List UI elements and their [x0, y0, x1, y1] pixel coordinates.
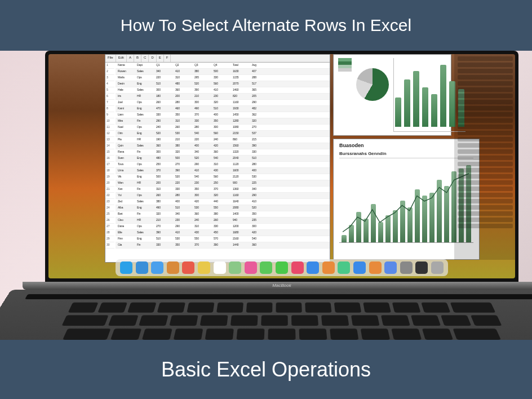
chart-bar — [342, 235, 347, 243]
menu-item: C — [141, 55, 149, 62]
bottom-title: Basic Excel Operations — [161, 358, 371, 382]
desktop-screen: File Edit A B C D E F 12345678910 111213… — [48, 54, 515, 278]
side-panel — [454, 54, 515, 260]
table-row: UmaSales3703904104301600400 — [116, 168, 330, 174]
mail-icon[interactable] — [151, 261, 163, 274]
bottom-banner: Basic Excel Operations — [0, 340, 532, 399]
key-row — [9, 315, 532, 326]
table-row: LiamSales3303503704001450362 — [116, 112, 330, 118]
table-row: DaneOps2702903103301200300 — [116, 224, 330, 230]
chart-bar — [413, 71, 419, 127]
table-row: SvenEng4805005205402040510 — [116, 156, 330, 162]
terminal-icon[interactable] — [415, 261, 428, 274]
chart-bar — [422, 87, 428, 127]
calendar-icon[interactable] — [182, 261, 194, 274]
table-row: ElleSales3904104304501680420 — [116, 230, 330, 236]
chart-bar — [400, 201, 405, 243]
menu-item: E — [157, 55, 164, 62]
chart-bar — [356, 212, 361, 243]
chart-bar — [429, 193, 435, 243]
chart-bar — [437, 180, 442, 243]
table-row: NameDeptQ1Q2Q3Q4TotalAvg — [116, 63, 330, 69]
maps-icon[interactable] — [229, 261, 241, 274]
table-row: GiaFin3303503703901440360 — [116, 242, 330, 249]
notes-icon[interactable] — [198, 261, 210, 274]
sheet-body: 12345678910 11121314151617181920 2122232… — [105, 63, 330, 249]
chart-bar — [431, 94, 437, 127]
numbers-icon[interactable] — [338, 261, 350, 274]
table-row: FinnEng5105305505702160540 — [116, 236, 330, 242]
contacts-icon[interactable] — [167, 261, 179, 274]
table-row: BartFin3203403603801400350 — [116, 211, 330, 218]
table-row: OrinEng5205305405602150537 — [116, 131, 330, 137]
facetime-icon[interactable] — [276, 261, 288, 274]
table-row: JoelOps2602803003201160290 — [116, 100, 330, 106]
table-row: YuiOps2602803003201160290 — [116, 193, 330, 199]
screen-bezel: File Edit A B C D E F 12345678910 111213… — [45, 51, 518, 282]
messages-icon[interactable] — [260, 261, 272, 274]
chart-bar — [393, 210, 398, 243]
trash-icon[interactable] — [431, 261, 444, 274]
chart-bar — [407, 207, 413, 243]
chart-bar — [404, 79, 410, 127]
chart-bar — [415, 189, 420, 243]
table-row: RanaFin3003203403601320330 — [116, 149, 330, 156]
table-row: KamiEng4704604905101930482 — [116, 106, 330, 112]
page-title: How To Select Alternate Rows In Excel — [121, 16, 411, 35]
table-row: HaleSales3003603904101460365 — [116, 87, 330, 94]
chart-bar — [422, 196, 427, 243]
pages-icon[interactable] — [369, 261, 382, 274]
chart-bar — [363, 219, 369, 243]
chart-bar — [385, 215, 391, 243]
music-icon[interactable] — [291, 261, 304, 274]
macos-dock — [116, 259, 448, 276]
table-row: MarlaOps2203102953301155288 — [116, 75, 330, 81]
bar-chart-large — [339, 158, 473, 243]
laptop-hinge: MacBook — [23, 282, 532, 290]
row-labels: 12345678910 11121314151617181920 2122232… — [105, 63, 114, 249]
photos-icon[interactable] — [245, 261, 257, 274]
spreadsheet-window: File Edit A B C D E F 12345678910 111213… — [105, 54, 330, 263]
table-row: IrisHR180200210230820205 — [116, 94, 330, 100]
table-row: VikEng5005205405602120530 — [116, 174, 330, 180]
menu-item: B — [134, 55, 141, 62]
safari-icon[interactable] — [136, 261, 148, 274]
table-row: CleoHR210230240260940235 — [116, 218, 330, 224]
legend-strip — [338, 58, 352, 132]
chart-bar — [371, 204, 376, 243]
chart-2-heading: Burssranahs Genndin — [339, 149, 473, 158]
chart-bar — [349, 225, 354, 243]
chart-bar — [378, 222, 383, 243]
table-row: ZedSales3804004204401640410 — [116, 199, 330, 205]
table-row: RowenSales3404103805001630407 — [116, 69, 330, 75]
table-row: DevinEng5104805205602070517 — [116, 81, 330, 87]
menu-item: File — [105, 55, 116, 62]
spreadsheet-toolbar: File Edit A B C D E F — [105, 55, 330, 63]
keynote-icon[interactable] — [353, 261, 366, 274]
appstore-icon[interactable] — [307, 261, 319, 274]
touchbar — [25, 294, 532, 299]
table-row: XanFin3103303503701360340 — [116, 187, 330, 193]
chart-2-subtitle: Buasoden — [339, 143, 473, 148]
menu-item: A — [127, 55, 134, 62]
table-row: WenHR200220230250900225 — [116, 180, 330, 187]
top-banner: How To Select Alternate Rows In Excel — [0, 0, 532, 51]
table-row: NoelOps2402602803001080270 — [116, 125, 330, 131]
table-row: PiaHR190210220240860215 — [116, 137, 330, 143]
reminders-icon[interactable] — [214, 261, 226, 274]
books-icon[interactable] — [322, 261, 335, 274]
table-row: TovaOps2502702903101120280 — [116, 162, 330, 168]
table-row: MiraFin2903103303501280320 — [116, 118, 330, 125]
table-row: QuinSales3603804004201560390 — [116, 143, 330, 149]
chart-bar — [440, 65, 446, 127]
finder-icon[interactable] — [120, 261, 132, 274]
pie-chart — [356, 68, 389, 101]
table-row: AlbaEng4905105305502080520 — [116, 205, 330, 211]
chart-bar — [395, 97, 401, 127]
key-row — [17, 303, 532, 313]
settings-icon[interactable] — [400, 261, 413, 274]
chart-bar — [444, 186, 449, 243]
menu-item: Edit — [116, 55, 127, 62]
menu-item: D — [149, 55, 156, 62]
preview-icon[interactable] — [384, 261, 397, 274]
